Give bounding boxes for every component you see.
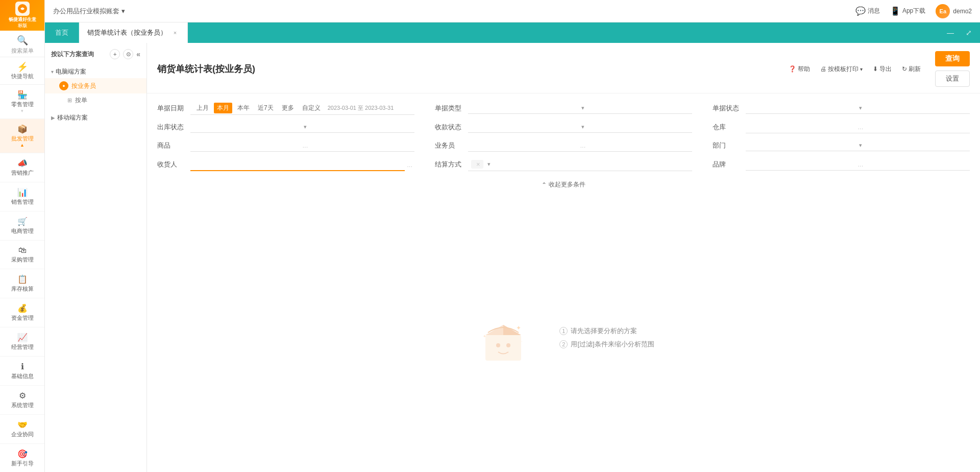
help-button[interactable]: ❓ 帮助	[785, 63, 814, 76]
sidebar-item-retail[interactable]: 🏪 零售管理 ▾	[0, 85, 45, 119]
status-select[interactable]: ▾	[746, 103, 970, 114]
hint-text-1: 请先选择要分析的方案	[571, 326, 637, 336]
department-select[interactable]: ▾	[746, 140, 970, 151]
inventory-label: 库存核算	[11, 285, 34, 293]
newbie-icon: 🎯	[17, 449, 28, 459]
message-btn[interactable]: 💬 消息	[855, 6, 880, 16]
active-tab[interactable]: 销货单统计表（按业务员） ×	[79, 22, 188, 43]
edit-scheme-button[interactable]: ⊙	[123, 49, 133, 59]
product-input[interactable]: ...	[190, 139, 414, 152]
sidebar-search-item[interactable]: 🔍 搜索菜单	[0, 31, 44, 57]
sidebar-item-sales[interactable]: 📊 销售管理	[0, 182, 45, 211]
retail-arrow: ▾	[21, 108, 23, 113]
salesperson-input[interactable]: ...	[468, 139, 692, 152]
collapse-panel-button[interactable]: «	[136, 50, 140, 58]
sidebar-item-operation[interactable]: 📈 经营管理	[0, 327, 45, 357]
hint-text-2: 用[过滤]条件来缩小分析范围	[571, 340, 654, 349]
product-ellipsis[interactable]: ...	[301, 141, 412, 149]
main-content: 办公用品行业模拟账套 ▾ 💬 消息 📱 App下载 Ea demo2 首页	[45, 0, 980, 472]
template-print-button[interactable]: 🖨 按模板打印 ▾	[816, 63, 867, 76]
receiver-input[interactable]	[190, 158, 405, 171]
date-7days[interactable]: 近7天	[255, 103, 277, 113]
newbie-label: 新手引导	[11, 460, 34, 467]
type-select[interactable]: ▾	[468, 103, 692, 114]
tab-maximize-button[interactable]: ⤢	[962, 26, 976, 40]
date-custom[interactable]: 自定义	[299, 103, 324, 113]
sidebar-item-inventory[interactable]: 📋 库存核算	[0, 269, 45, 298]
out-status-select[interactable]: ▾	[190, 122, 414, 133]
desktop-scheme-group[interactable]: ▾ 电脑端方案	[45, 65, 146, 78]
type-label: 单据类型	[435, 104, 468, 113]
department-arrow: ▾	[859, 142, 967, 149]
purchase-icon: 🛍	[18, 246, 27, 255]
date-current-month[interactable]: 本月	[214, 103, 232, 113]
empty-illustration: ✦ ✦ ·	[473, 307, 534, 368]
refresh-button[interactable]: ↻ 刷新	[898, 63, 925, 76]
collapse-icon: «	[136, 50, 140, 58]
sidebar-item-marketing[interactable]: 📣 营销推广	[0, 153, 45, 182]
svg-point-5	[506, 343, 510, 347]
date-prev-month[interactable]: 上月	[193, 103, 212, 113]
settlement-tag: ×	[471, 160, 483, 169]
sidebar-item-ecommerce[interactable]: 🛒 电商管理	[0, 211, 45, 241]
tab-close-button[interactable]: ×	[171, 29, 179, 37]
tab-minimize-button[interactable]: —	[943, 26, 958, 40]
top-right-actions: ❓ 帮助 🖨 按模板打印 ▾ ⬇ 导出 ↻	[785, 63, 925, 76]
warehouse-ellipsis[interactable]: ...	[856, 123, 967, 131]
panel-header-icons: + ⊙ «	[110, 49, 140, 59]
maximize-icon: ⤢	[966, 29, 972, 37]
avatar-text: Ea	[940, 8, 946, 14]
user-name: demo2	[953, 8, 972, 15]
date-this-year[interactable]: 本年	[234, 103, 253, 113]
sidebar-item-basic[interactable]: ℹ 基础信息	[0, 357, 45, 386]
user-profile-btn[interactable]: Ea demo2	[936, 4, 972, 18]
brand-input[interactable]: ...	[746, 158, 970, 171]
warehouse-input[interactable]: ...	[746, 121, 970, 133]
sidebar-item-wholesale[interactable]: 📦 批发管理 ▲	[0, 119, 45, 153]
page-title-bar: 销货单统计表(按业务员) ❓ 帮助 🖨 按模板打印 ▾ ⬇	[147, 43, 980, 93]
mobile-scheme-group[interactable]: ▶ 移动端方案	[45, 111, 146, 124]
hint-num-2: 2	[559, 340, 568, 348]
app-download-btn[interactable]: 📱 App下载	[890, 6, 925, 16]
svg-text:✦: ✦	[483, 334, 486, 339]
settlement-arrow: ▾	[487, 161, 689, 168]
settings-button[interactable]: 设置	[935, 70, 970, 87]
payment-status-select[interactable]: ▾	[468, 122, 692, 133]
wholesale-icon: 📦	[17, 124, 28, 134]
home-tab[interactable]: 首页	[45, 22, 79, 43]
query-button[interactable]: 查询	[935, 51, 970, 66]
message-icon: 💬	[855, 6, 866, 16]
receiver-ellipsis[interactable]: ...	[405, 161, 414, 169]
date-label: 单据日期	[157, 104, 190, 113]
collapse-bar[interactable]: ⌃ 收起更多条件	[157, 177, 970, 195]
operation-label: 经营管理	[11, 343, 34, 351]
date-more[interactable]: 更多	[279, 103, 297, 113]
status-filter-field: 单据状态 ▾	[713, 103, 970, 114]
by-salesperson-scheme[interactable]: ● 按业务员	[45, 78, 146, 93]
sidebar-item-system[interactable]: ⚙ 系统管理	[0, 386, 45, 415]
brand-ellipsis[interactable]: ...	[856, 160, 967, 168]
message-label: 消息	[868, 7, 880, 15]
brand-label: 品牌	[713, 160, 746, 169]
settlement-tag-close[interactable]: ×	[476, 160, 480, 168]
svg-text:·: ·	[521, 339, 522, 344]
app-download-label: App下载	[902, 7, 925, 15]
sidebar-item-enterprise[interactable]: 🤝 企业协同	[0, 415, 45, 444]
export-button[interactable]: ⬇ 导出	[869, 63, 896, 76]
operation-icon: 📈	[17, 333, 28, 342]
sidebar-item-newbie[interactable]: 🎯 新手引导	[0, 444, 45, 472]
by-order-scheme[interactable]: ⊞ 按单	[45, 93, 146, 107]
settlement-select[interactable]: × ▾	[468, 158, 692, 171]
add-scheme-button[interactable]: +	[110, 49, 120, 59]
filter-row-3: 商品 ... 业务员 ...	[157, 139, 970, 152]
sidebar-item-finance[interactable]: 💰 资金管理	[0, 298, 45, 327]
home-tab-label: 首页	[55, 28, 68, 37]
app-industry-name[interactable]: 办公用品行业模拟账套 ▾	[53, 7, 125, 16]
basic-label: 基础信息	[11, 372, 34, 380]
sidebar-item-purchase[interactable]: 🛍 采购管理	[0, 241, 45, 269]
sidebar-quick-nav[interactable]: ⚡ 快捷导航	[0, 57, 45, 85]
by-order-label: 按单	[75, 96, 87, 105]
salesperson-ellipsis[interactable]: ...	[578, 141, 690, 149]
active-tab-label: 销货单统计表（按业务员）	[87, 28, 167, 37]
panel-header: 按以下方案查询 + ⊙ «	[45, 49, 146, 63]
